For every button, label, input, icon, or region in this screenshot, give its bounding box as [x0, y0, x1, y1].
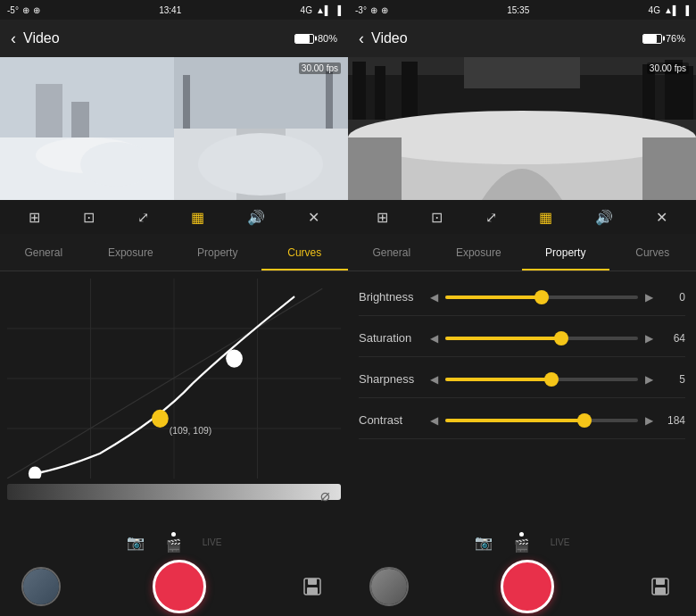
- curve-canvas[interactable]: (109, 109): [7, 279, 341, 479]
- svg-line-18: [7, 288, 322, 479]
- sharpness-value: 5: [653, 373, 685, 386]
- top-bar-left: ‹ Video 80%: [0, 20, 348, 57]
- thumbnail-right[interactable]: [369, 567, 409, 606]
- svg-point-20: [152, 410, 169, 428]
- battery-icon-left: [294, 34, 314, 44]
- tab-curves-left[interactable]: Curves: [261, 234, 349, 271]
- camera-mode-left[interactable]: 📷: [127, 534, 145, 551]
- active-dot-right: [519, 532, 524, 537]
- vr-icon-right[interactable]: ⊡: [427, 205, 446, 229]
- status-left-left: -5° ⊕ ⊕: [7, 5, 40, 15]
- video-area-left: 30.00 fps: [0, 57, 348, 200]
- video-left-half: [0, 57, 174, 200]
- sharpness-label: Sharpness: [359, 372, 430, 386]
- property-spacer: [359, 443, 685, 520]
- contrast-track[interactable]: [445, 419, 638, 422]
- saturation-value: 64: [653, 332, 685, 345]
- contrast-row: Contrast ◀ ▶ 184: [359, 402, 685, 439]
- video-mode-left[interactable]: 🎬: [166, 532, 181, 553]
- saturation-fill: [445, 337, 561, 340]
- live-mode-right[interactable]: LIVE: [551, 537, 570, 547]
- tab-general-left[interactable]: General: [0, 234, 87, 271]
- video-title-left: Video: [23, 30, 287, 46]
- record-button-left[interactable]: [153, 560, 206, 613]
- svg-rect-25: [307, 587, 318, 595]
- contrast-inc[interactable]: ▶: [645, 414, 653, 427]
- expand-icon-right[interactable]: ⤢: [482, 205, 501, 229]
- saturation-thumb[interactable]: [554, 331, 568, 345]
- video-title-right: Video: [371, 30, 635, 46]
- svg-rect-28: [352, 62, 366, 120]
- signal-strength-right: -3°: [355, 5, 367, 15]
- saturation-inc[interactable]: ▶: [645, 332, 653, 345]
- grid-icon[interactable]: ⊞: [25, 205, 44, 229]
- audio-icon[interactable]: 🔊: [244, 205, 269, 229]
- camera-mode-right[interactable]: 📷: [475, 534, 493, 551]
- tab-general-right[interactable]: General: [348, 234, 435, 271]
- close-icon-right[interactable]: ✕: [652, 205, 671, 229]
- video-right-half: [174, 57, 348, 200]
- audio-icon-right[interactable]: 🔊: [592, 205, 617, 229]
- slash-icon[interactable]: ⌀: [0, 486, 330, 505]
- left-panel: -5° ⊕ ⊕ 13:41 4G ▲▌ ▐ ‹ Video 80%: [0, 0, 348, 616]
- battery-fill-right: [643, 35, 657, 43]
- grid-icon-right[interactable]: ⊞: [373, 205, 392, 229]
- sharpness-thumb[interactable]: [544, 372, 559, 387]
- contrast-label: Contrast: [359, 413, 430, 427]
- tab-property-left[interactable]: Property: [174, 234, 261, 271]
- saturation-dec[interactable]: ◀: [430, 332, 438, 345]
- battery-percent-left: 80%: [318, 33, 337, 44]
- sharpness-inc[interactable]: ▶: [645, 373, 653, 386]
- mode-icons-left: 📷 🎬 LIVE: [127, 527, 222, 557]
- close-icon[interactable]: ✕: [304, 205, 323, 229]
- svg-point-19: [29, 467, 42, 479]
- brightness-dec[interactable]: ◀: [430, 291, 438, 304]
- expand-icon[interactable]: ⤢: [134, 205, 153, 229]
- tab-exposure-left[interactable]: Exposure: [87, 234, 175, 271]
- contrast-dec[interactable]: ◀: [430, 414, 438, 427]
- wifi-icon-right: ⊕: [370, 5, 377, 15]
- contrast-value: 184: [653, 414, 685, 427]
- battery-fill-left: [295, 35, 310, 43]
- tabs-right: General Exposure Property Curves: [348, 234, 696, 271]
- battery-icon-right: [642, 34, 662, 44]
- signal-bars-left: ▲▌: [316, 5, 331, 15]
- thumbnail-left[interactable]: [21, 567, 61, 606]
- video-mode-right[interactable]: 🎬: [514, 532, 529, 553]
- chart-icon[interactable]: ▦: [187, 205, 208, 229]
- record-button-right[interactable]: [501, 560, 554, 613]
- capture-row-left: [0, 557, 348, 616]
- video-area-right: 30.00 fps: [348, 57, 696, 200]
- sharpness-row: Sharpness ◀ ▶ 5: [359, 361, 685, 398]
- vr-icon[interactable]: ⊡: [79, 205, 98, 229]
- svg-rect-10: [183, 75, 190, 129]
- curve-svg: (109, 109): [7, 279, 341, 479]
- top-bar-right: ‹ Video 76%: [348, 20, 696, 57]
- svg-point-9: [198, 133, 323, 196]
- svg-text:(109, 109): (109, 109): [170, 424, 211, 435]
- chart-icon-right[interactable]: ▦: [535, 205, 556, 229]
- brightness-track[interactable]: [445, 296, 638, 299]
- tab-exposure-right[interactable]: Exposure: [435, 234, 523, 271]
- sharpness-fill: [445, 378, 551, 381]
- save-button-left[interactable]: [298, 572, 327, 601]
- brightness-thumb[interactable]: [534, 290, 549, 304]
- svg-rect-37: [348, 137, 402, 200]
- curves-content: ↺ (109, 109): [0, 271, 348, 527]
- brightness-inc[interactable]: ▶: [645, 291, 653, 304]
- sharpness-dec[interactable]: ◀: [430, 373, 438, 386]
- tab-property-right[interactable]: Property: [522, 234, 609, 271]
- tab-curves-right[interactable]: Curves: [609, 234, 697, 271]
- back-button-left[interactable]: ‹: [11, 29, 16, 48]
- sharpness-track[interactable]: [445, 378, 638, 381]
- time-right: 15:35: [507, 5, 529, 15]
- active-dot-left: [171, 532, 176, 537]
- control-bar-left: ⊞ ⊡ ⤢ ▦ 🔊 ✕: [0, 200, 348, 234]
- back-button-right[interactable]: ‹: [359, 29, 364, 48]
- saturation-track[interactable]: [445, 337, 638, 340]
- save-button-right[interactable]: [646, 572, 675, 601]
- svg-rect-34: [464, 57, 580, 88]
- battery-percent-right: 76%: [666, 33, 685, 44]
- live-mode-left[interactable]: LIVE: [203, 537, 222, 547]
- contrast-thumb[interactable]: [577, 413, 592, 428]
